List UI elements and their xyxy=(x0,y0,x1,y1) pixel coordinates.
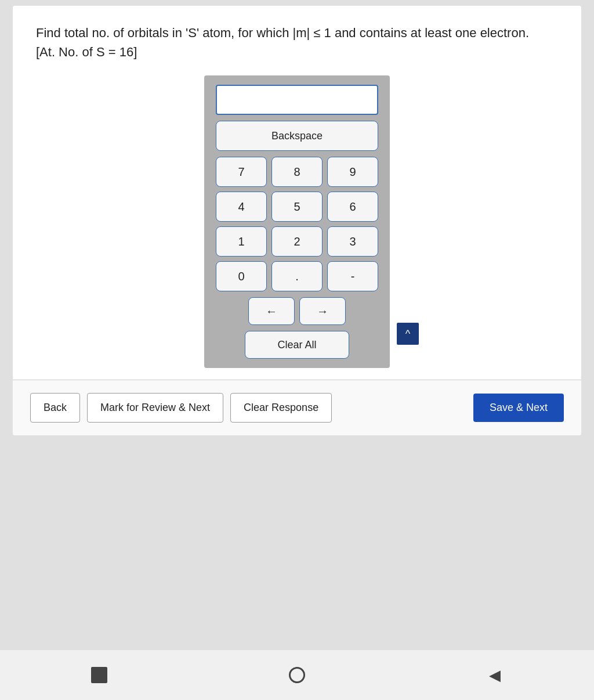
home-square-icon[interactable] xyxy=(90,666,108,684)
question-section: Find total no. of orbitals in 'S' atom, … xyxy=(13,6,581,380)
arrow-right-button[interactable]: → xyxy=(299,297,346,325)
clear-all-button[interactable]: Clear All xyxy=(245,331,349,359)
back-nav-icon[interactable]: ◀ xyxy=(486,666,504,684)
action-bar: Back Mark for Review & Next Clear Respon… xyxy=(13,380,581,435)
decimal-button[interactable]: . xyxy=(271,261,323,291)
backspace-button[interactable]: Backspace xyxy=(216,121,378,151)
scroll-up-button[interactable]: ^ xyxy=(397,323,419,345)
save-next-button[interactable]: Save & Next xyxy=(473,394,564,422)
digit-9-button[interactable]: 9 xyxy=(327,157,378,187)
digit-5-button[interactable]: 5 xyxy=(271,192,323,222)
calculator-area: Backspace 7 8 9 4 5 6 1 2 3 0 . - xyxy=(36,75,558,380)
question-text: Find total no. of orbitals in 'S' atom, … xyxy=(36,23,558,62)
digit-0-button[interactable]: 0 xyxy=(216,261,267,291)
home-circle-icon[interactable] xyxy=(288,666,306,684)
arrow-left-button[interactable]: ← xyxy=(248,297,295,325)
number-grid: 7 8 9 4 5 6 1 2 3 0 . - xyxy=(216,157,378,291)
negative-button[interactable]: - xyxy=(327,261,378,291)
calculator-display[interactable] xyxy=(216,85,378,115)
digit-3-button[interactable]: 3 xyxy=(327,226,378,257)
back-button[interactable]: Back xyxy=(30,393,80,423)
calculator: Backspace 7 8 9 4 5 6 1 2 3 0 . - xyxy=(204,75,390,368)
digit-4-button[interactable]: 4 xyxy=(216,192,267,222)
bottom-navigation-bar: ◀ xyxy=(0,650,594,700)
digit-1-button[interactable]: 1 xyxy=(216,226,267,257)
digit-2-button[interactable]: 2 xyxy=(271,226,323,257)
mark-review-button[interactable]: Mark for Review & Next xyxy=(87,393,223,423)
digit-8-button[interactable]: 8 xyxy=(271,157,323,187)
digit-7-button[interactable]: 7 xyxy=(216,157,267,187)
digit-6-button[interactable]: 6 xyxy=(327,192,378,222)
arrow-row: ← → xyxy=(216,297,378,325)
clear-response-button[interactable]: Clear Response xyxy=(230,393,332,423)
